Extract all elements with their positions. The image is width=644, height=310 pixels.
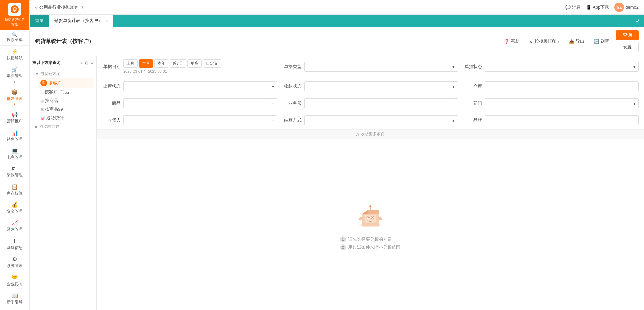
sidebar-item-guide[interactable]: 📖 新手引导 <box>0 290 29 308</box>
tab-active[interactable]: 销货单统计表（按客户） × <box>49 15 113 27</box>
inventory-icon: 📋 <box>11 184 18 190</box>
sidebar-item-sales[interactable]: 📊 销售管理 <box>0 127 29 145</box>
tip-text-1: 请先选择要分析的方案 <box>348 236 392 242</box>
receiver-select[interactable]: ··· <box>123 115 277 125</box>
system-icon: ⚙ <box>12 256 17 262</box>
tab-home[interactable]: 首页 <box>30 15 49 27</box>
date-btn-this-month[interactable]: 本月 <box>139 59 153 68</box>
left-panel: 按以下方案查询 + ⚙ « ▼ 电脑端方案 客 按客户 <box>30 56 97 310</box>
tree-item-return-stats[interactable]: 📊 退货统计 <box>38 114 94 122</box>
salesman-label: 业务员 <box>283 100 302 106</box>
print-btn[interactable]: 🖨 按模板打印 ▾ <box>526 37 562 46</box>
sidebar-item-finance[interactable]: 💰 资金管理 <box>0 199 29 217</box>
by-goods-icon: ▦ <box>40 99 44 103</box>
receiver-dots: ··· <box>271 118 274 123</box>
order-type-select[interactable]: ▾ <box>304 62 458 72</box>
query-btn[interactable]: 查询 <box>616 30 639 40</box>
brand-select[interactable]: ··· <box>485 115 639 125</box>
date-btn-this-year[interactable]: 本年 <box>154 59 168 68</box>
sidebar-item-quick-nav[interactable]: ⚡ 快捷导航 <box>0 46 29 64</box>
empty-illustration <box>354 199 387 232</box>
out-status-select[interactable]: ▾ <box>123 81 277 91</box>
tree-item-customer-goods[interactable]: ⊞ 按客户+商品 <box>38 88 94 96</box>
app-name: 畅捷通好生意 <box>5 17 25 22</box>
dept-select[interactable]: ▾ <box>485 98 639 108</box>
industry-title: 办公用品行业模拟账套 <box>35 4 78 10</box>
filter-row-2: 出库状态 ▾ 收款状态 ▾ 仓库 <box>97 78 644 95</box>
purchase-icon: 🛍 <box>12 166 17 172</box>
tab-expand-btn[interactable]: ⤢ <box>632 18 644 24</box>
tree-item-by-goods[interactable]: ▦ 按商品 <box>38 96 94 105</box>
user-info[interactable]: Ea demo2 <box>614 3 639 12</box>
goods-select[interactable]: ··· <box>123 98 277 108</box>
app-logo[interactable]: 畅捷通好生意 标版 <box>0 0 29 30</box>
filter-dept-item: 部门 ▾ <box>463 98 639 108</box>
settle-select[interactable]: ▾ <box>304 115 458 125</box>
date-btn-custom[interactable]: 自定义 <box>203 59 221 68</box>
empty-tips: 1 请先选择要分析的方案 2 用过滤条件来缩小分析范围 <box>340 236 400 250</box>
collapse-up-icon: ⋀ <box>356 132 359 137</box>
svg-point-10 <box>369 205 372 208</box>
inventory-label: 库存核算 <box>7 191 23 196</box>
sidebar-item-purchase[interactable]: 🛍 采购管理 <box>0 163 29 181</box>
setting-btn[interactable]: 设置 <box>616 42 639 52</box>
salesman-dots: ··· <box>451 101 455 106</box>
app-download-btn[interactable]: 📱 App下载 <box>586 4 609 10</box>
sidebar-item-appcenter[interactable]: 🔲 应用中心 <box>0 308 29 310</box>
empty-tip-2: 2 用过滤条件来缩小分析范围 <box>340 244 400 250</box>
sidebar-item-marketing[interactable]: 📢 营销推广 <box>0 109 29 127</box>
panel-add-icon[interactable]: + <box>80 60 83 66</box>
warehouse-dots: ··· <box>632 84 636 89</box>
filter-salesman-item: 业务员 ··· <box>283 98 458 108</box>
panel-collapse-icon[interactable]: « <box>91 60 94 66</box>
sidebar-item-wholesale[interactable]: 📦 批发管理 ▲ <box>0 86 29 109</box>
search-label: 搜索菜单 <box>2 37 27 43</box>
sidebar-item-ecommerce[interactable]: 💻 电商管理 <box>0 145 29 163</box>
tree-item-by-goods99[interactable]: ▦ 按商品99 <box>38 105 94 114</box>
sidebar-item-collab[interactable]: 🤝 企业协同 <box>0 271 29 290</box>
quick-nav-label: 快捷导航 <box>7 55 23 61</box>
retail-arrow: ▼ <box>13 80 16 84</box>
date-controls: 上月 本月 本年 近7天 更多 自定义 2023-03-01 至 2023-03… <box>123 59 277 74</box>
refresh-btn[interactable]: 🔄 刷新 <box>591 37 612 46</box>
panel-settings-icon[interactable]: ⚙ <box>85 60 89 66</box>
help-btn[interactable]: ❓ 帮助 <box>501 37 522 46</box>
wholesale-arrow: ▲ <box>13 102 16 106</box>
help-icon: ❓ <box>504 39 509 44</box>
collect-status-select[interactable]: ▾ <box>304 81 458 91</box>
sales-label: 销售管理 <box>7 137 23 142</box>
date-range-display: 2023-03-01 至 2023-03-31 <box>123 69 277 74</box>
date-btn-more[interactable]: 更多 <box>187 59 202 68</box>
message-icon: 💬 <box>565 5 571 10</box>
print-icon: 🖨 <box>529 39 533 44</box>
collapse-bar[interactable]: ⋀ 收起更多条件 <box>97 129 644 139</box>
system-label: 系统管理 <box>7 263 23 269</box>
dept-arrow: ▾ <box>633 101 636 106</box>
sidebar-item-retail[interactable]: 🛒 零售管理 ▼ <box>0 64 29 86</box>
warehouse-select[interactable]: ··· <box>485 81 639 91</box>
sidebar-item-operations[interactable]: 📈 经营管理 <box>0 217 29 235</box>
basic-info-icon: ℹ <box>14 238 16 244</box>
filter-row-3: 商品 ··· 业务员 ··· 部门 <box>97 95 644 112</box>
export-label: 导出 <box>576 38 584 44</box>
order-status-select[interactable]: ▾ <box>485 62 639 72</box>
filter-warehouse-item: 仓库 ··· <box>463 81 639 91</box>
tab-close-icon[interactable]: × <box>106 18 108 23</box>
sidebar-search[interactable]: 🔍 搜索菜单 <box>0 30 29 46</box>
dept-label: 部门 <box>463 100 482 106</box>
date-btn-7days[interactable]: 近7天 <box>170 59 186 68</box>
sidebar-item-basic-info[interactable]: ℹ 基础信息 <box>0 235 29 253</box>
export-btn[interactable]: 📤 导出 <box>566 37 587 46</box>
message-btn[interactable]: 💬 消息 <box>565 4 581 10</box>
tree-item-by-customer[interactable]: 客 按客户 <box>38 78 94 88</box>
out-status-label: 出库状态 <box>102 83 121 89</box>
salesman-select[interactable]: ··· <box>304 98 458 108</box>
return-stats-icon: 📊 <box>40 116 45 120</box>
ecommerce-icon: 💻 <box>11 148 18 154</box>
sidebar-item-system[interactable]: ⚙ 系统管理 <box>0 253 29 271</box>
sidebar-item-inventory[interactable]: 📋 库存核算 <box>0 181 29 199</box>
date-btn-last-month[interactable]: 上月 <box>123 59 138 68</box>
quick-nav-icon: ⚡ <box>11 48 18 55</box>
filter-order-status-item: 单据状态 ▾ <box>463 62 639 72</box>
industry-dropdown-icon[interactable]: ▾ <box>81 5 84 10</box>
